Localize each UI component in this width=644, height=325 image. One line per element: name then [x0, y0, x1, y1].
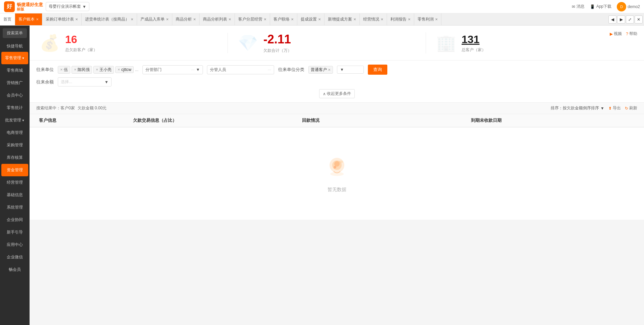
tab-profit-report[interactable]: 利润报告 ✕ [387, 13, 414, 26]
tab-customer-capital[interactable]: 客户账本 ✕ [15, 13, 42, 26]
chevron-down-icon: ▼ [22, 57, 25, 60]
more-tags-btn[interactable]: ... [135, 67, 138, 72]
tab-close-all-btn[interactable]: ✕ [635, 15, 643, 24]
export-btn[interactable]: ⬆ 导出 [608, 105, 621, 111]
sidebar-item-inventory-check[interactable]: 库存核算 [0, 151, 30, 164]
close-icon[interactable]: ✕ [264, 17, 266, 21]
tab-customer-contact[interactable]: 客户联络 ✕ [270, 13, 297, 26]
tab-maximize-btn[interactable]: ⤢ [626, 15, 634, 24]
sidebar-item-vip-member[interactable]: 畅会员 [0, 263, 30, 276]
filter-row-2: 往来余额 选择... ▼ [36, 77, 637, 86]
tag-close-icon[interactable]: ✕ [96, 68, 98, 71]
sidebar-item-system-mgmt-label: 系统管理 [7, 205, 23, 210]
sidebar-item-retail-mall[interactable]: 零售商城 [0, 64, 30, 77]
svg-point-3 [334, 161, 340, 167]
quick-nav-btn[interactable]: 快捷导航 [0, 41, 30, 52]
close-icon[interactable]: ✕ [291, 17, 294, 21]
from-unit-label: 往来单位 [36, 67, 54, 73]
sidebar-item-purchase-mgmt[interactable]: 采购管理 [0, 139, 30, 151]
stat-label-owed-amount: 欠款合计（万） [263, 48, 292, 53]
tab-scroll-left-btn[interactable]: ◀ [608, 15, 616, 24]
tab-raise-settings[interactable]: 提成设置 ✕ [297, 13, 325, 26]
branch-dept-dropdown[interactable]: 分管部门 ··· ▼ [142, 65, 203, 74]
tag-close-icon[interactable]: ✕ [74, 68, 77, 71]
tab-purchase-order[interactable]: 采购订单统计表 ✕ [42, 13, 82, 26]
sidebar-item-operations-mgmt[interactable]: 经营管理 [0, 176, 30, 189]
tab-goods-analysis[interactable]: 商品分析 ✕ [172, 13, 200, 26]
tag-label-0: 伍 [64, 67, 68, 73]
sidebar-item-ecommerce-mgmt[interactable]: 电商管理 [0, 127, 30, 139]
close-icon[interactable]: ✕ [318, 17, 321, 21]
results-actions: 排序：按欠款金额倒序排序 ▼ ⬆ 导出 ↻ 刷新 [551, 105, 637, 111]
help-btn[interactable]: ? 帮助 [626, 31, 637, 37]
sidebar-item-wholesale-mgmt[interactable]: 批发管理 ▼ [0, 114, 30, 127]
sidebar-item-capital-mgmt[interactable]: 资金管理 [1, 164, 28, 176]
sidebar-item-enterprise-wechat[interactable]: 企业微信 [0, 251, 30, 263]
sidebar-item-app-center[interactable]: 应用中心 [0, 239, 30, 251]
app-sub-name: 标版 [17, 7, 43, 11]
sidebar-item-retail-mgmt[interactable]: 零售管理 ▼ [1, 52, 28, 64]
sidebar-item-new-guide[interactable]: 新手引导 [0, 226, 30, 239]
message-btn[interactable]: ✉ 消息 [572, 4, 585, 9]
tab-retail-profit[interactable]: 零售利润 ✕ [414, 13, 441, 26]
tab-new-raise-plan[interactable]: 新增提成方案 ✕ [325, 13, 360, 26]
stat-label-total-customers: 总客户（家） [462, 47, 486, 53]
results-amount: 欠款金额 0.00元 [78, 105, 107, 111]
sidebar-item-enterprise-collab[interactable]: 企业协同 [0, 214, 30, 226]
account-selector[interactable]: 母婴行业演示帐套 ▼ [46, 2, 89, 11]
tab-customer-tier[interactable]: 客户分层经营 ✕ [235, 13, 270, 26]
close-icon[interactable]: ✕ [228, 17, 231, 21]
tag-close-icon[interactable]: ✕ [60, 68, 63, 71]
remaining-dropdown[interactable]: 选择... ▼ [58, 77, 112, 86]
chevron-down-icon: ▼ [600, 106, 604, 111]
branch-person-dropdown[interactable]: 分管人员 ··· [207, 65, 274, 74]
tab-business-status[interactable]: 经营情况 ✕ [360, 13, 387, 26]
close-icon[interactable]: ✕ [381, 17, 383, 21]
tab-home[interactable]: 首页 [0, 13, 15, 26]
close-icon[interactable]: ✕ [193, 17, 196, 21]
tab-product-instock[interactable]: 产成品入库单 ✕ [137, 13, 172, 26]
tab-goods-analysis-list-label: 商品分析列表 [203, 16, 227, 22]
sidebar-item-inventory-check-label: 库存核算 [7, 155, 23, 160]
close-icon[interactable]: ✕ [166, 17, 169, 21]
close-icon[interactable]: ✕ [408, 17, 411, 21]
help-label: 帮助 [629, 31, 637, 37]
tab-purchase-order-label: 采购订单统计表 [46, 16, 74, 22]
close-icon[interactable]: ✕ [75, 17, 78, 21]
user-avatar-btn[interactable]: D demo2 [617, 2, 640, 11]
avatar: D [617, 2, 626, 11]
play-icon: ▶ [610, 32, 613, 36]
sidebar-item-retail-stats-label: 零售统计 [7, 105, 23, 110]
tab-scroll-right-btn[interactable]: ▶ [617, 15, 625, 24]
tag-close-icon[interactable]: ✕ [328, 68, 331, 72]
collapse-btn[interactable]: ∧ 收起更多条件 [319, 89, 355, 98]
close-icon[interactable]: ✕ [36, 17, 39, 21]
app-name: 畅捷通好生意 [17, 2, 43, 7]
sidebar-item-marketing[interactable]: 营销推广 [0, 77, 30, 89]
sidebar-item-retail-stats[interactable]: 零售统计 [0, 102, 30, 114]
sidebar-item-system-mgmt[interactable]: 系统管理 [0, 201, 30, 214]
filter-tag-3: ✕ cjttcw [115, 66, 134, 73]
close-icon[interactable]: ✕ [435, 17, 438, 21]
search-menu-btn[interactable]: 搜索菜单 [3, 28, 27, 38]
message-icon: ✉ [572, 4, 575, 9]
category-dropdown[interactable]: ▼ [337, 66, 364, 74]
tag-close-icon[interactable]: ✕ [118, 68, 120, 71]
video-btn[interactable]: ▶ 视频 [610, 31, 622, 37]
sort-label: 排序：按欠款金额倒序排序 [551, 105, 599, 111]
sidebar-item-member-center[interactable]: 会员中心 [0, 89, 30, 102]
sidebar-item-new-guide-label: 新手引导 [7, 230, 23, 234]
tab-purchase-stats[interactable]: 进货单统计表（按商品） ✕ [82, 13, 137, 26]
close-icon[interactable]: ✕ [131, 17, 133, 21]
sidebar-item-wholesale-mgmt-label: 批发管理 [5, 117, 21, 123]
sort-dropdown[interactable]: 排序：按欠款金额倒序排序 ▼ [551, 105, 604, 111]
query-btn[interactable]: 查询 [368, 65, 387, 75]
download-btn[interactable]: 📱 App下载 [590, 4, 611, 9]
top-header: 好 畅捷通好生意 标版 母婴行业演示帐套 ▼ ✉ 消息 📱 App下载 D de… [0, 0, 644, 13]
close-icon[interactable]: ✕ [353, 17, 356, 21]
tab-goods-analysis-list[interactable]: 商品分析列表 ✕ [200, 13, 235, 26]
chevron-down-icon: ▼ [196, 67, 200, 72]
sidebar-item-basic-info[interactable]: 基础信息 [0, 189, 30, 201]
chevron-down-icon: ▼ [82, 4, 86, 9]
refresh-btn[interactable]: ↻ 刷新 [625, 105, 637, 111]
